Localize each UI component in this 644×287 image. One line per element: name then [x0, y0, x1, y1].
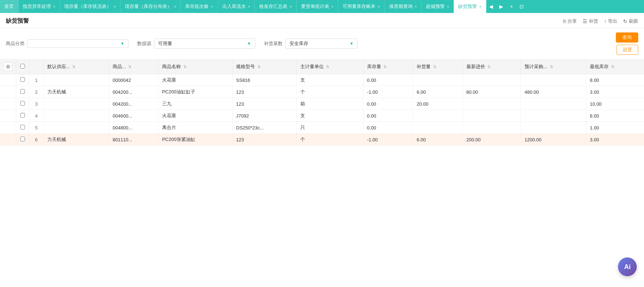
row-product-name: 离合片	[158, 122, 232, 134]
row-settings-cell	[0, 122, 16, 134]
tab-collect-summary[interactable]: 收发存汇总表 ×	[255, 0, 296, 13]
sort-replenish-qty-icon[interactable]: ⇅	[433, 65, 436, 69]
table-row: 6 力天机械 801110... PC200张紧油缸 123 个 -1.00 6…	[0, 134, 644, 146]
replenish-button[interactable]: ☰ 补货	[583, 18, 598, 25]
tab-inventory-status[interactable]: 现存量（库存状况表） ×	[60, 0, 120, 13]
tab-overstock[interactable]: 超储预警 ×	[422, 0, 454, 13]
datasource-dropdown-icon: ▼	[247, 41, 251, 46]
row-supplier: 力天机械	[44, 134, 109, 146]
sort-product-code-icon[interactable]: ⇅	[128, 65, 131, 69]
tab-available-ledger[interactable]: 可用量库存账本 ×	[338, 0, 384, 13]
row-spec: 123	[232, 86, 297, 98]
row-estimated-purchase	[521, 74, 586, 86]
tab-next-btn[interactable]: ▶	[496, 0, 506, 13]
sort-supplier-icon[interactable]: ⇅	[72, 65, 75, 69]
table-header-row: ⚙ 默认供应... ⇅ 商品... ⇅ 商品名称	[0, 59, 644, 74]
row-spec: SS816	[232, 74, 297, 86]
tab-close-overstock[interactable]: ×	[447, 4, 449, 9]
tab-close-shortage[interactable]: ×	[479, 4, 481, 9]
refresh-icon: ↻	[623, 18, 627, 24]
row-index: 3	[29, 98, 44, 110]
settings-button[interactable]: 设置	[617, 45, 638, 55]
sort-estimated-purchase-icon[interactable]: ⇅	[550, 65, 553, 69]
row-checkbox-2[interactable]	[20, 101, 25, 106]
tab-inventory-dist[interactable]: 现存量（库存分布表） ×	[121, 0, 181, 13]
tab-close-expiry-query[interactable]: ×	[415, 4, 417, 9]
sort-stock-icon[interactable]: ⇅	[383, 65, 387, 69]
col-header-latest-price: 最新进价 ⇅	[462, 59, 521, 74]
tab-close-all-btn[interactable]: ×	[506, 0, 517, 13]
tab-prev-btn[interactable]: ◀	[486, 0, 496, 13]
row-product-code: 004200...	[109, 86, 158, 98]
replenish-base-filter-group: 补货基数 安全库存 ▼	[264, 39, 358, 49]
row-latest-price	[462, 110, 521, 122]
datasource-select[interactable]: 可用量 ▼	[154, 39, 255, 49]
row-stock: 0.00	[363, 74, 413, 86]
row-product-name: PC200油缸缸子	[158, 86, 232, 98]
table-row: 5 004800... 离合片 DS250*23c... 只 0.00 1.00	[0, 122, 644, 134]
row-checkbox-3[interactable]	[20, 113, 25, 118]
ai-badge[interactable]: Ai	[618, 257, 637, 276]
page-header: 缺货预警 ⎘ 分享 ☰ 补货 ↑ 导出 ↻ 刷新	[0, 13, 644, 28]
tab-expand-btn[interactable]: ⊡	[517, 0, 527, 13]
col-header-replenish-qty: 补货量 ⇅	[413, 59, 463, 74]
sort-product-name-icon[interactable]: ⇅	[183, 65, 187, 69]
replenish-base-select[interactable]: 安全库存 ▼	[286, 39, 358, 49]
tab-close-batch-account[interactable]: ×	[211, 4, 213, 9]
row-latest-price	[462, 98, 521, 110]
row-unit: 箱	[296, 98, 363, 110]
replenish-base-label: 补货基数	[264, 40, 283, 47]
tab-close-inventory-status[interactable]: ×	[113, 4, 116, 9]
row-min-stock: 3.00	[586, 134, 644, 146]
sort-unit-icon[interactable]: ⇅	[326, 65, 329, 69]
row-stock: -1.00	[363, 134, 413, 146]
refresh-button[interactable]: ↻ 刷新	[623, 18, 638, 25]
row-checkbox-4[interactable]	[20, 125, 25, 129]
row-checkbox-5[interactable]	[20, 137, 25, 141]
col-header-settings: ⚙	[0, 59, 16, 74]
row-stock: 0.00	[363, 98, 413, 110]
row-product-code: 0000042	[109, 74, 158, 86]
sort-spec-icon[interactable]: ⇅	[257, 65, 261, 69]
row-index: 1	[29, 74, 44, 86]
category-filter-group: 商品分类 ▼	[6, 39, 129, 48]
export-icon: ↑	[604, 18, 606, 24]
row-latest-price: 80.00	[462, 86, 521, 98]
row-product-code: 004800...	[109, 122, 158, 134]
row-supplier	[44, 122, 109, 134]
row-checkbox-1[interactable]	[20, 89, 25, 94]
tab-batch-account[interactable]: 库存批次账 ×	[181, 0, 218, 13]
tab-shortage[interactable]: 缺货预警 ×	[454, 0, 486, 13]
row-stock: 0.00	[363, 122, 413, 134]
column-settings-btn[interactable]: ⚙	[4, 62, 12, 71]
row-spec: DS250*23c...	[232, 122, 297, 134]
row-replenish-qty	[413, 74, 463, 86]
tab-close-available-ledger[interactable]: ×	[378, 4, 380, 9]
query-button[interactable]: 查询	[616, 32, 638, 43]
row-product-name: 火花塞	[158, 74, 232, 86]
tab-close-collect-summary[interactable]: ×	[290, 4, 292, 9]
tab-close-exception[interactable]: ×	[53, 4, 55, 9]
row-checkbox-cell	[16, 110, 29, 122]
row-unit: 个	[296, 86, 363, 98]
tab-close-demand-stats[interactable]: ×	[331, 4, 334, 9]
tab-close-inventory-dist[interactable]: ×	[174, 4, 176, 9]
tab-exception[interactable]: 拣货异常处理 ×	[18, 0, 60, 13]
filter-actions: 查询 设置	[616, 32, 638, 55]
row-checkbox-cell	[16, 86, 29, 98]
datasource-select-value: 可用量	[158, 40, 172, 47]
tab-in-out-flow[interactable]: 出入库流水 ×	[218, 0, 255, 13]
tab-demand-stats[interactable]: 要货单统计表 ×	[297, 0, 338, 13]
row-checkbox-0[interactable]	[20, 77, 25, 82]
replenish-base-dropdown-icon: ▼	[349, 41, 354, 46]
sort-min-stock-icon[interactable]: ⇅	[611, 65, 614, 69]
tab-close-in-out-flow[interactable]: ×	[248, 4, 250, 9]
tab-expiry-query[interactable]: 保质期查询 ×	[385, 0, 422, 13]
category-select[interactable]: ▼	[27, 39, 129, 48]
select-all-checkbox[interactable]	[20, 64, 25, 69]
share-button[interactable]: ⎘ 分享	[563, 18, 577, 25]
sort-latest-price-icon[interactable]: ⇅	[487, 65, 491, 69]
export-button[interactable]: ↑ 导出	[604, 18, 617, 25]
tab-home[interactable]: 首页	[0, 0, 18, 13]
row-spec: J7092	[232, 110, 297, 122]
